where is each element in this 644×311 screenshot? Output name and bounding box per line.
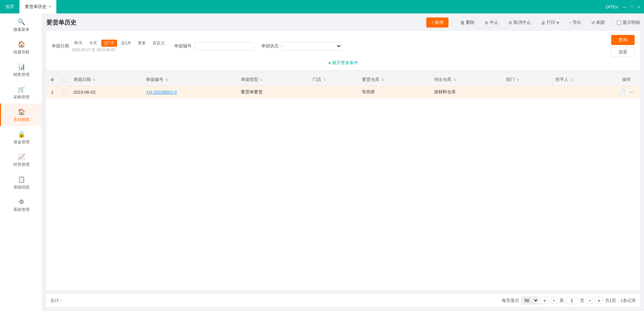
row-date: 2023-06-02 [73,90,96,95]
filter-date-label: 单据日期 [52,43,69,49]
cancel-stop-button[interactable]: ⊘ 取消中止 [505,18,534,27]
filter-docnum-label: 单据编号 [174,43,192,49]
window-minimize-icon[interactable]: — [623,4,627,9]
total-info: 共1页，1条记录 [605,298,636,304]
filter-right-buttons: 查询 设置 [611,35,635,57]
th-department-sort-icon: ⇅ [517,78,519,82]
date-chip-custom[interactable]: 自定义 [150,40,167,47]
per-page-label: 每页显示 [502,298,519,304]
display-toggle-label: 显示明细 [623,19,640,26]
filter-docnum-input[interactable] [194,42,255,50]
th-checkbox [58,73,70,86]
td-checkbox [58,86,70,98]
th-out-warehouse[interactable]: 待出仓库 ⇅ [431,73,503,86]
first-page-button[interactable]: « [541,297,548,304]
th-type[interactable]: 单据类型 ⇅ [238,73,310,86]
th-department-label: 部门 [506,77,515,82]
th-settings[interactable]: ⚙ [46,73,58,86]
sidebar-label-inventory: 库存核算 [13,117,30,123]
export-button[interactable]: ↑ 导出 [566,18,585,27]
sidebar: 🔍 搜索菜单 🏠 快捷导航 📊 销售管理 🛒 采购管理 🏠 库存核算 🔒 资金管… [0,13,42,311]
date-chip-7days[interactable]: 近7天 [101,40,117,47]
window-maximize-icon[interactable]: □ [631,4,634,9]
window-close-icon[interactable]: × [637,4,640,9]
th-date-label: 单据日期 [73,77,91,82]
th-type-sort-icon: ⇅ [260,78,263,82]
refresh-button[interactable]: ↺ 刷新 [588,18,608,27]
row-view-icon[interactable]: 📄 [619,89,626,95]
top-bar: 首页 要货单历史 × OfTEn — □ × [0,0,644,13]
th-req-warehouse-label: 要货仓库 [362,77,379,82]
sidebar-item-basic-info[interactable]: 📋 基础信息 [0,171,42,193]
th-out-warehouse-sort-icon: ⇅ [453,78,456,82]
last-page-button[interactable]: » [595,297,603,304]
per-page-select[interactable]: 50 100 [521,297,539,304]
divider-2 [612,20,613,25]
divider-1 [452,20,453,25]
td-req-warehouse: 车间库 [359,86,431,98]
tab-requisition-history[interactable]: 要货单历史 × [19,0,56,13]
tab-close-icon[interactable]: × [49,4,51,9]
toolbar: + 新增 🗑 删除 ⊘ 中止 ⊘ 取消中止 🖨 打印 ▾ [426,17,640,28]
sidebar-item-search-menu[interactable]: 🔍 搜索菜单 [0,13,42,36]
cancel-stop-icon: ⊘ [508,20,512,25]
settings-button[interactable]: 设置 [611,47,635,57]
add-button[interactable]: + 新增 [426,17,448,28]
th-date[interactable]: 单据日期 ⇅ [70,73,143,86]
sidebar-item-operations-mgmt[interactable]: 📈 经营管理 [0,148,42,171]
th-number[interactable]: 单据编号 ⇅ [143,73,238,86]
date-chip-today[interactable]: 今天 [87,40,100,47]
delete-label: 删除 [466,19,475,26]
sidebar-item-sales-mgmt[interactable]: 📊 销售管理 [0,58,42,81]
tab-home[interactable]: 首页 [0,0,19,13]
th-store[interactable]: 门店 ⇅ [310,73,359,86]
sidebar-item-finance-mgmt[interactable]: 🔒 资金管理 [0,126,42,148]
table-row: 1 2023-06-02 YH-20230602-0 要货单要货 [46,86,640,98]
th-store-sort-icon: ⇅ [323,78,326,82]
query-button[interactable]: 查询 [611,35,635,45]
sidebar-label-finance-mgmt: 资金管理 [13,139,30,145]
tab-bar: 首页 要货单历史 × [0,0,56,13]
date-chip-1month[interactable]: 近1月 [118,40,134,47]
cancel-stop-label: 取消中止 [514,19,531,26]
display-toggle[interactable]: 显示明细 [617,19,640,26]
prev-page-button[interactable]: ‹ [551,297,557,304]
th-number-sort-icon: ⇅ [165,78,168,82]
row-type: 要货单要货 [241,89,263,94]
sidebar-item-quick-nav[interactable]: 🏠 快捷导航 [0,36,42,58]
td-store [310,86,359,98]
date-chip-yesterday[interactable]: 昨天 [72,40,85,47]
th-req-warehouse[interactable]: 要货仓库 ⇅ [359,73,431,86]
sidebar-item-purchase-mgmt[interactable]: 🛒 采购管理 [0,81,42,103]
row-more-icon[interactable]: ⋯ [629,89,634,95]
delete-icon: 🗑 [460,20,465,25]
sidebar-label-system-mgmt: 系统管理 [13,207,30,213]
th-department[interactable]: 部门 ⇅ [503,73,552,86]
row-checkbox[interactable] [62,90,67,95]
display-toggle-checkbox[interactable] [617,20,621,25]
footer-summary-label: 合计： [50,298,63,303]
header-checkbox[interactable] [62,78,67,82]
next-page-button[interactable]: › [586,297,593,304]
expand-more[interactable]: ▾ 展开更多条件 [52,60,635,66]
row-number-link[interactable]: YH-20230602-0 [146,90,177,95]
filter-group-docnum: 单据编号 [174,42,255,50]
date-chip-more[interactable]: 更多 [135,40,149,47]
page-title: 要货单历史 [46,18,76,27]
search-menu-icon: 🔍 [18,18,25,26]
th-type-label: 单据类型 [241,77,258,82]
page-input[interactable] [566,297,578,304]
sidebar-item-system-mgmt[interactable]: ⚙ 系统管理 [0,193,42,216]
sidebar-item-inventory[interactable]: 🏠 库存核算 [0,103,42,126]
print-button[interactable]: 🖨 打印 ▾ [538,18,562,27]
stop-button[interactable]: ⊘ 中止 [481,18,502,27]
td-row-num: 1 [46,86,58,98]
th-number-label: 单据编号 [146,77,163,82]
filter-row-1: 单据日期 昨天 今天 近7天 近1月 更多 自定义 2023-05-27 至 2… [52,35,635,57]
filter-status-select[interactable] [281,42,342,51]
often-label[interactable]: OfTEn [606,4,619,9]
th-handler[interactable]: 经手人 ⇅ [552,73,613,86]
td-handler [552,86,613,98]
delete-button[interactable]: 🗑 删除 [457,18,478,27]
content-area: 要货单历史 + 新增 🗑 删除 ⊘ 中止 ⊘ 取消中止 🖨 打 [42,13,644,311]
